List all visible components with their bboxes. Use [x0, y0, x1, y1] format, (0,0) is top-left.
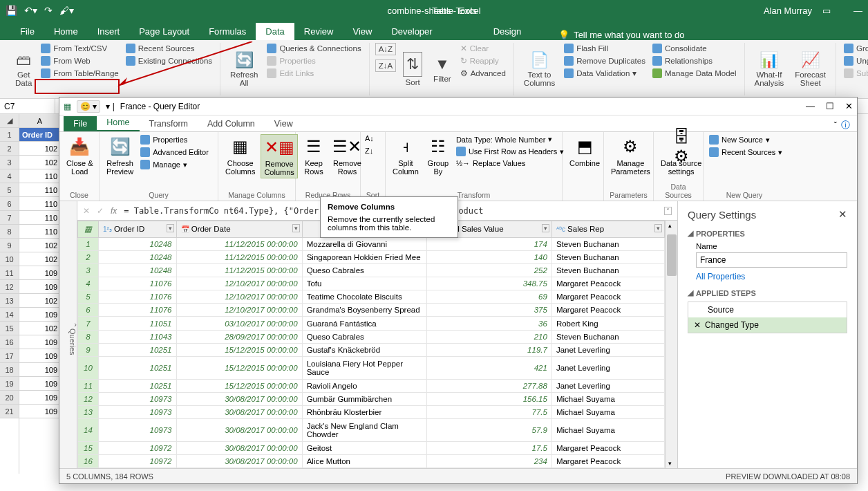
cell[interactable]: 102	[19, 294, 61, 308]
table-row[interactable]: 161097230/08/2017 00:00:00Alice Mutton23…	[78, 454, 665, 467]
row-header[interactable]: 5	[0, 183, 19, 197]
cell[interactable]: 109	[19, 335, 61, 349]
replace-values-button[interactable]: ½→Replace Values	[455, 158, 565, 168]
cell[interactable]: 109	[19, 280, 61, 294]
get-data-button[interactable]: 🗃Get Data	[11, 43, 36, 95]
table-row[interactable]: 31024811/12/2015 00:00:00Queso Cabrales2…	[78, 263, 665, 277]
table-row[interactable]: 81104328/09/2017 00:00:00Queso Cabrales2…	[78, 330, 665, 343]
sort-button[interactable]: ⇅Sort	[399, 43, 426, 95]
table-row[interactable]: 101025115/12/2015 00:00:00Louisiana Fier…	[78, 356, 665, 379]
qe-tab-home[interactable]: Home	[97, 115, 139, 131]
table-row[interactable]: 41107612/10/2017 00:00:00Tofu348.75Marga…	[78, 277, 665, 290]
filter-dropdown-icon[interactable]: ▾	[654, 224, 662, 232]
col-header-a[interactable]: A	[19, 114, 61, 128]
filter-button[interactable]: ▼Filter	[429, 43, 455, 95]
subtotal-button[interactable]: Subtotal	[842, 68, 868, 79]
row-header[interactable]: 20	[0, 391, 19, 405]
group-by-button[interactable]: ☷Group By	[424, 134, 452, 177]
choose-columns-button[interactable]: ▦Choose Columns	[223, 134, 258, 177]
from-table-range-button[interactable]: From Table/Range	[39, 68, 120, 79]
close-load-button[interactable]: 📥Close & Load	[64, 134, 96, 177]
filter-dropdown-icon[interactable]: ▾	[292, 224, 300, 232]
col-header[interactable]: 📅 Order Date▾	[176, 221, 302, 238]
tab-home[interactable]: Home	[44, 23, 88, 40]
manage-parameters-button[interactable]: ⚙Manage Parameters	[608, 134, 653, 177]
tab-formulas[interactable]: Formulas	[199, 23, 256, 40]
row-header[interactable]: 1	[0, 128, 19, 142]
reapply-button[interactable]: ↻Reapply	[458, 55, 508, 66]
tab-page-layout[interactable]: Page Layout	[129, 23, 199, 40]
col-header[interactable]: 1²₃ Order ID▾	[99, 221, 177, 238]
save-icon[interactable]: 💾	[6, 5, 17, 16]
tab-design[interactable]: Design	[484, 23, 531, 40]
cell[interactable]: 109	[19, 405, 61, 418]
edit-links-button[interactable]: Edit Links	[265, 68, 363, 79]
row-header[interactable]: 8	[0, 225, 19, 239]
qe-properties-button[interactable]: Properties	[139, 134, 210, 145]
ribbon-display-icon[interactable]: ▭	[822, 6, 831, 16]
row-header[interactable]: 4	[0, 169, 19, 183]
redo-icon[interactable]: ↷	[44, 5, 53, 16]
accept-icon[interactable]: ✓	[97, 206, 104, 216]
cell[interactable]: 102	[19, 156, 61, 169]
cell[interactable]: 109	[19, 308, 61, 322]
cell[interactable]: 109	[19, 363, 61, 377]
table-row[interactable]: 51107612/10/2017 00:00:00Teatime Chocola…	[78, 290, 665, 304]
qe-tab-view[interactable]: View	[265, 116, 303, 131]
table-row[interactable]: 121097330/08/2017 00:00:00Gumbär Gummibä…	[78, 392, 665, 405]
row-header[interactable]: 13	[0, 294, 19, 308]
refresh-preview-button[interactable]: 🔄Refresh Preview	[104, 134, 136, 177]
row-header[interactable]: 17	[0, 349, 19, 363]
row-header[interactable]: 6	[0, 197, 19, 211]
close-icon[interactable]: ✕	[845, 101, 853, 111]
combine-button[interactable]: ⬒Combine	[567, 134, 603, 169]
sort-asc-icon[interactable]: A↓Z	[375, 43, 396, 55]
user-name[interactable]: Alan Murray	[764, 6, 812, 16]
feedback-button[interactable]: 😊 ▾	[77, 100, 100, 113]
forecast-sheet-button[interactable]: 📈Forecast Sheet	[791, 43, 830, 95]
filter-dropdown-icon[interactable]: ▾	[167, 224, 174, 232]
vertical-scrollbar[interactable]: ▴ ▾	[665, 221, 677, 468]
step-changed-type[interactable]: ✕Changed Type	[688, 317, 847, 333]
relationships-button[interactable]: Relationships	[650, 55, 739, 66]
row-header[interactable]: 15	[0, 322, 19, 335]
row-header[interactable]: 11	[0, 266, 19, 280]
row-header[interactable]: 14	[0, 308, 19, 322]
table-row[interactable]: 131097330/08/2017 00:00:00Rhönbräu Klost…	[78, 405, 665, 418]
qe-tab-add-column[interactable]: Add Column	[198, 116, 265, 131]
row-header[interactable]: 19	[0, 377, 19, 391]
row-header[interactable]: 16	[0, 335, 19, 349]
table-row[interactable]: 21024811/12/2015 00:00:00Singaporean Hok…	[78, 250, 665, 263]
advanced-editor-button[interactable]: Advanced Editor	[139, 147, 210, 158]
tab-view[interactable]: View	[343, 23, 381, 40]
cell[interactable]: 110	[19, 169, 61, 183]
sort-desc-icon[interactable]: Z↓	[365, 147, 374, 155]
remove-columns-button[interactable]: ✕▦Remove Columns	[261, 134, 297, 178]
cell[interactable]: 102	[19, 322, 61, 335]
row-header[interactable]: 10	[0, 252, 19, 266]
manage-button[interactable]: Manage ▾	[139, 159, 210, 170]
table-row[interactable]: 91025115/12/2015 00:00:00Gustaf's Knäcke…	[78, 343, 665, 356]
minimize-icon[interactable]: —	[853, 6, 862, 16]
cell[interactable]: 102	[19, 252, 61, 266]
all-properties-link[interactable]: All Properties	[696, 272, 847, 281]
minimize-icon[interactable]: —	[806, 101, 815, 111]
tab-file[interactable]: File	[10, 23, 44, 40]
delete-step-icon[interactable]: ✕	[694, 320, 701, 330]
scrollbar-thumb[interactable]	[667, 234, 677, 276]
cell[interactable]: 102	[19, 239, 61, 252]
flash-fill-button[interactable]: Flash Fill	[562, 43, 648, 54]
cell[interactable]: 110	[19, 211, 61, 225]
query-name-input[interactable]	[696, 252, 847, 268]
clear-filter-button[interactable]: ✕Clear	[458, 43, 508, 54]
chevron-up-icon[interactable]: ˇ	[834, 121, 837, 131]
corner[interactable]: ▦	[78, 221, 99, 238]
select-all-corner[interactable]: ◢	[0, 114, 19, 128]
cell[interactable]: 110	[19, 197, 61, 211]
maximize-icon[interactable]: ☐	[826, 101, 834, 111]
manage-data-model-button[interactable]: Manage Data Model	[650, 68, 739, 79]
name-box[interactable]: C7	[0, 99, 55, 113]
row-header[interactable]: 7	[0, 211, 19, 225]
cell[interactable]: 109	[19, 377, 61, 391]
undo-icon[interactable]: ↶▾	[24, 5, 37, 16]
